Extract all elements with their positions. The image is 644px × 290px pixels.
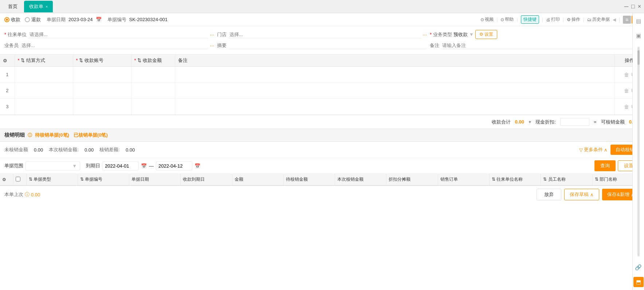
agent-input[interactable]: [20, 42, 208, 49]
radio-refund[interactable]: 退款: [25, 16, 41, 23]
radio-refund-label: 退款: [31, 16, 41, 23]
remarks-cell[interactable]: [175, 99, 615, 115]
type-radio-group: 收款 退款: [4, 16, 41, 23]
bt-col-sales-order: 销售订单: [438, 174, 489, 185]
info-icon[interactable]: ⓘ: [28, 132, 32, 138]
doc-no-field: 单据编号 SK-20230324-001: [107, 16, 168, 23]
account-cell[interactable]: [73, 67, 131, 83]
help-btn[interactable]: ⊙ 帮助: [500, 16, 514, 23]
toolbar: 收款 退款 单据日期 2023-03-24 📅 单据编号 SK-20230324…: [0, 13, 644, 26]
date-label: 单据日期: [47, 16, 66, 23]
maximize-icon[interactable]: □: [631, 3, 635, 10]
tab-receipt[interactable]: 收款单 ×: [24, 1, 53, 12]
reconcile-stats: 未核销金额 0.00 本次核销金额: 0.00 核销差额: 0.00 ▽ 更多条…: [0, 142, 644, 158]
bt-col-doc-date: 单据日期: [129, 174, 181, 185]
calendar-icon[interactable]: 📅: [96, 17, 102, 22]
tab-home[interactable]: 首页: [3, 1, 23, 12]
shop-more-icon[interactable]: ···: [423, 32, 427, 38]
tab-pending[interactable]: 待核销单据(0笔): [35, 132, 69, 138]
bottom-info: 本单上次 ⓘ 0.00: [4, 191, 40, 198]
col-settings-header[interactable]: ⚙: [0, 55, 15, 67]
save-draft-label: 保存草稿: [570, 191, 589, 198]
sidebar-grid-icon[interactable]: ▣: [633, 31, 644, 41]
range-select[interactable]: ▼: [25, 161, 80, 171]
doc-date-field: 单据日期 2023-03-24 📅: [47, 16, 102, 23]
view-list-btn[interactable]: ≡: [623, 16, 631, 24]
business-type-arrow-icon: ▼: [469, 32, 474, 37]
date-from-icon[interactable]: 📅: [141, 163, 147, 169]
counterpart-input[interactable]: [28, 31, 209, 38]
amount-cell[interactable]: [131, 67, 175, 83]
table-row: 1 🗑 ⧉: [0, 67, 644, 83]
settlement-cell[interactable]: [15, 99, 73, 115]
radio-receipt[interactable]: 收款: [4, 16, 20, 23]
bottom-table-container: ⚙ ⇅ 单据类型 ⇅ 单据编号: [0, 174, 644, 185]
main-table-container: ⚙ ⇅ 结算方式 ⇅ 收款账号 ⇅ 收款金额 备注: [0, 55, 644, 115]
bt-col-settings[interactable]: ⚙: [0, 174, 13, 185]
available-label: 可核销金额: [601, 119, 625, 125]
bt-col-checkbox[interactable]: [13, 174, 26, 185]
remarks-cell[interactable]: [175, 67, 615, 83]
remarks-cell[interactable]: [175, 83, 615, 99]
due-label: 到期日: [86, 162, 100, 169]
business-type-select[interactable]: 预收款 ▼: [453, 31, 474, 38]
abandon-btn[interactable]: 放弃: [537, 189, 561, 200]
plus-sign: +: [529, 119, 531, 125]
date-from-input[interactable]: [102, 161, 139, 171]
delete-icon[interactable]: 🗑: [624, 72, 629, 78]
shortcut-btn[interactable]: 快捷键: [521, 15, 539, 24]
date-to-icon[interactable]: 📅: [195, 163, 200, 169]
settings-btn[interactable]: ⚙ 设置: [475, 30, 497, 39]
shop-input[interactable]: [228, 31, 421, 38]
range-field: 单据范围 ▼: [4, 161, 80, 171]
bt-col-amount: 金额: [232, 174, 283, 185]
bt-col-pending: 待核销金额: [283, 174, 335, 185]
delete-icon[interactable]: 🗑: [624, 104, 629, 110]
query-btn[interactable]: 查询: [594, 160, 616, 171]
diff-label: 核销差额:: [99, 146, 120, 153]
shop-field: 门店 ···: [217, 31, 427, 38]
bt-col-current: 本次核销金额: [335, 174, 386, 185]
account-cell[interactable]: [73, 83, 131, 99]
sidebar-link-icon[interactable]: 🔗: [633, 262, 644, 273]
video-btn[interactable]: ⊙ 视频: [480, 16, 494, 23]
form-area: 往来单位 ··· 门店 ··· 业务类型 预收款 ▼ ⚙ 设置: [0, 26, 644, 55]
agent-more-icon[interactable]: ···: [210, 43, 214, 48]
amount-cell[interactable]: [131, 83, 175, 99]
tab-close-icon[interactable]: ×: [46, 4, 48, 9]
amount-cell[interactable]: [131, 99, 175, 115]
history-btn[interactable]: 🗂 历史单据: [587, 16, 610, 23]
sidebar-table-icon[interactable]: ▤: [633, 16, 644, 26]
bottom-value: 0.00: [31, 192, 40, 197]
row-num: 2: [0, 83, 15, 99]
summary-input[interactable]: [228, 42, 427, 49]
tab-done[interactable]: 已核销单据(0笔): [74, 132, 108, 138]
date-to-input[interactable]: [156, 161, 192, 171]
scrollbar-thumb: [637, 50, 640, 65]
col-account-header: ⇅ 收款账号: [73, 55, 131, 67]
more-conditions-btn[interactable]: ▽ 更多条件 ∧: [579, 146, 608, 153]
bt-sort-icon4: ⇅: [543, 177, 547, 182]
window-controls: ─ □ ×: [624, 3, 641, 10]
info-icon2[interactable]: ⓘ: [25, 191, 30, 198]
reconcile-title-row: 核销明细 ⓘ 待核销单据(0笔) 已核销单据(0笔): [4, 132, 640, 138]
delete-icon[interactable]: 🗑: [624, 88, 629, 94]
bt-sort-icon2: ⇅: [80, 177, 84, 182]
print-btn[interactable]: 🖨 打印: [546, 16, 560, 23]
col-remarks-header: 备注: [175, 55, 615, 67]
settlement-cell[interactable]: [15, 67, 73, 83]
discount-input[interactable]: [560, 118, 589, 126]
minimize-icon[interactable]: ─: [624, 3, 628, 10]
nav-prev-icon[interactable]: ◀: [613, 17, 616, 22]
operation-btn[interactable]: ⚙ 操作: [567, 16, 580, 23]
sidebar-scrollbar[interactable]: [637, 47, 640, 256]
account-cell[interactable]: [73, 99, 131, 115]
counterpart-more-icon[interactable]: ···: [210, 32, 214, 38]
close-icon[interactable]: ×: [638, 3, 641, 10]
remarks-input[interactable]: [441, 42, 640, 49]
sidebar-active-icon[interactable]: ⬒: [633, 277, 644, 287]
select-all-checkbox[interactable]: [16, 177, 20, 181]
save-draft-btn[interactable]: 保存草稿 ∧: [564, 189, 599, 200]
settlement-cell[interactable]: [15, 83, 73, 99]
bottom-actions: 放弃 保存草稿 ∧ 保存&新增 ∧: [537, 189, 640, 200]
